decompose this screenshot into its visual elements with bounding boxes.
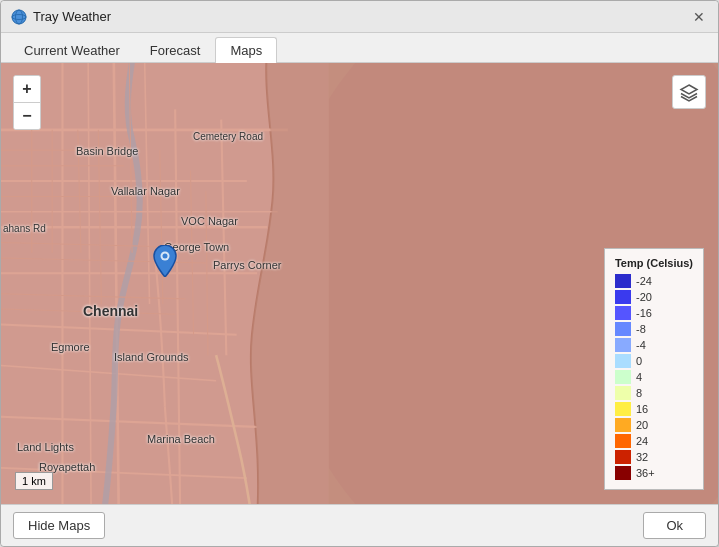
hide-maps-button[interactable]: Hide Maps: [13, 512, 105, 539]
legend-color-box: [615, 290, 631, 304]
legend-value-label: -8: [636, 323, 646, 335]
zoom-in-button[interactable]: +: [14, 76, 40, 102]
svg-point-0: [12, 10, 26, 24]
legend-color-box: [615, 386, 631, 400]
legend-item: 0: [615, 353, 693, 369]
legend-item: 24: [615, 433, 693, 449]
legend-color-box: [615, 450, 631, 464]
legend-color-box: [615, 338, 631, 352]
legend-title: Temp (Celsius): [615, 257, 693, 269]
scale-bar: 1 km: [15, 472, 53, 490]
map-container[interactable]: Basin Bridge Vallalar Nagar VOC Nagar Ge…: [1, 63, 718, 504]
legend-item: 36+: [615, 465, 693, 481]
legend-value-label: 36+: [636, 467, 655, 479]
legend-item: 8: [615, 385, 693, 401]
legend-color-box: [615, 418, 631, 432]
pin-icon: [153, 245, 177, 277]
legend-value-label: 8: [636, 387, 642, 399]
close-button[interactable]: ✕: [690, 8, 708, 26]
bottom-bar: Hide Maps Ok: [1, 504, 718, 546]
tab-maps[interactable]: Maps: [215, 37, 277, 63]
legend-color-box: [615, 466, 631, 480]
title-bar-left: Tray Weather: [11, 9, 111, 25]
tab-forecast[interactable]: Forecast: [135, 37, 216, 63]
tab-current-weather[interactable]: Current Weather: [9, 37, 135, 63]
layer-button[interactable]: [672, 75, 706, 109]
legend-item: -20: [615, 289, 693, 305]
legend-value-label: 4: [636, 371, 642, 383]
legend-item: 16: [615, 401, 693, 417]
legend-color-box: [615, 322, 631, 336]
map-content: Basin Bridge Vallalar Nagar VOC Nagar Ge…: [1, 63, 718, 504]
app-window: Tray Weather ✕ Current Weather Forecast …: [0, 0, 719, 547]
legend-value-label: 16: [636, 403, 648, 415]
legend-item: -24: [615, 273, 693, 289]
zoom-controls: + −: [13, 75, 41, 130]
legend-item: -4: [615, 337, 693, 353]
legend-value-label: 20: [636, 419, 648, 431]
legend-color-box: [615, 370, 631, 384]
svg-marker-37: [681, 85, 697, 94]
temperature-legend: Temp (Celsius) -24-20-16-8-4048162024323…: [604, 248, 704, 490]
legend-color-box: [615, 354, 631, 368]
legend-item: 32: [615, 449, 693, 465]
legend-item: -16: [615, 305, 693, 321]
legend-value-label: 24: [636, 435, 648, 447]
legend-color-box: [615, 274, 631, 288]
legend-items: -24-20-16-8-40481620243236+: [615, 273, 693, 481]
zoom-out-button[interactable]: −: [14, 103, 40, 129]
legend-value-label: 0: [636, 355, 642, 367]
weather-icon: [11, 9, 27, 25]
legend-value-label: -24: [636, 275, 652, 287]
legend-item: 4: [615, 369, 693, 385]
legend-value-label: -20: [636, 291, 652, 303]
title-bar: Tray Weather ✕: [1, 1, 718, 33]
legend-color-box: [615, 434, 631, 448]
legend-item: 20: [615, 417, 693, 433]
legend-color-box: [615, 402, 631, 416]
tab-bar: Current Weather Forecast Maps: [1, 33, 718, 63]
legend-value-label: -4: [636, 339, 646, 351]
legend-item: -8: [615, 321, 693, 337]
legend-value-label: 32: [636, 451, 648, 463]
svg-point-39: [163, 254, 168, 259]
location-pin: [153, 245, 177, 280]
legend-value-label: -16: [636, 307, 652, 319]
legend-color-box: [615, 306, 631, 320]
ok-button[interactable]: Ok: [643, 512, 706, 539]
window-title: Tray Weather: [33, 9, 111, 24]
layers-icon: [679, 82, 699, 102]
